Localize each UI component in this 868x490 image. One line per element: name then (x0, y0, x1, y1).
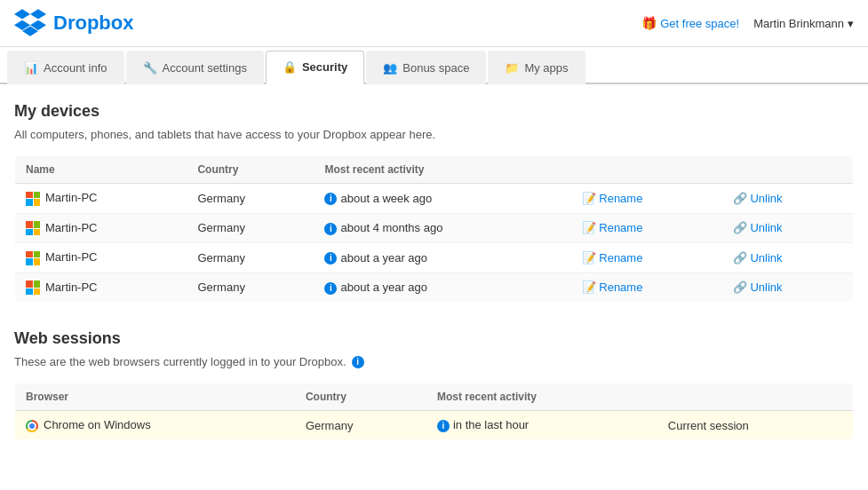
table-row: Martin-PC Germany iabout a week ago 📝Ren… (15, 184, 854, 214)
devices-table-body: Martin-PC Germany iabout a week ago 📝Ren… (15, 184, 854, 303)
user-menu[interactable]: Martin Brinkmann ▾ (753, 17, 854, 30)
web-sessions-section: Web sessions These are the web browsers … (14, 329, 854, 440)
col-unlink-header (722, 156, 853, 184)
windows-icon (26, 221, 40, 235)
unlink-icon: 🔗 (733, 192, 747, 205)
device-rename-cell: 📝Rename (571, 213, 722, 243)
gift-icon: 🎁 (641, 16, 657, 30)
tab-account-settings[interactable]: 🔧 Account settings (126, 51, 264, 84)
table-row: Martin-PC Germany iabout a year ago 📝Ren… (15, 273, 854, 303)
tab-account-settings-label: Account settings (163, 61, 247, 75)
device-unlink-cell: 🔗Unlink (722, 184, 853, 214)
sessions-header-row: Browser Country Most recent activity (15, 383, 854, 411)
header-right: 🎁 Get free space! Martin Brinkmann ▾ (641, 16, 854, 30)
tab-account-info-label: Account info (44, 61, 108, 75)
unlink-icon: 🔗 (733, 221, 747, 234)
account-info-icon: 📊 (24, 61, 38, 75)
sessions-table-body: Chrome on Windows Germany iin the last h… (15, 411, 854, 440)
device-rename-cell: 📝Rename (571, 184, 722, 214)
col-browser: Browser (15, 383, 295, 411)
device-rename-cell: 📝Rename (571, 273, 722, 303)
device-rename-cell: 📝Rename (571, 243, 722, 273)
tab-security[interactable]: 🔒 Security (266, 51, 364, 84)
unlink-icon: 🔗 (733, 281, 747, 294)
device-name-cell: Martin-PC (15, 243, 187, 273)
logo-area: Dropbox (14, 7, 133, 39)
col-session-status (657, 383, 854, 411)
device-name-cell: Martin-PC (15, 213, 187, 243)
tab-my-apps-label: My apps (524, 61, 568, 75)
info-icon: i (324, 282, 337, 295)
tab-bonus-space-label: Bonus space (402, 61, 469, 75)
device-activity-cell: iabout a year ago (314, 273, 571, 303)
svg-marker-1 (30, 9, 46, 19)
device-unlink-cell: 🔗Unlink (722, 273, 853, 303)
session-country-cell: Germany (295, 411, 426, 440)
device-activity-cell: iabout 4 months ago (314, 213, 571, 243)
tab-bonus-space[interactable]: 👥 Bonus space (366, 51, 486, 84)
svg-marker-0 (14, 9, 30, 19)
windows-icon (26, 251, 40, 265)
device-country-cell: Germany (187, 243, 314, 273)
dropbox-logo-icon (14, 7, 46, 39)
web-sessions-description: These are the web browsers currently log… (14, 355, 854, 368)
unlink-link[interactable]: 🔗Unlink (733, 221, 782, 234)
tabs-container: 📊 Account info 🔧 Account settings 🔒 Secu… (0, 51, 868, 84)
info-icon: i (324, 193, 337, 205)
tab-my-apps[interactable]: 📁 My apps (488, 51, 585, 84)
get-free-space-link[interactable]: 🎁 Get free space! (641, 16, 739, 30)
device-activity-cell: iabout a week ago (314, 184, 571, 214)
session-activity-cell: iin the last hour (426, 411, 657, 440)
device-unlink-cell: 🔗Unlink (722, 243, 853, 273)
info-icon: i (352, 356, 364, 368)
rename-icon: 📝 (582, 192, 596, 205)
devices-table: Name Country Most recent activity Martin… (14, 155, 854, 303)
unlink-link[interactable]: 🔗Unlink (733, 251, 782, 265)
user-name: Martin Brinkmann (753, 17, 844, 30)
table-row: Martin-PC Germany iabout a year ago 📝Ren… (15, 243, 854, 273)
logo-text: Dropbox (53, 12, 133, 35)
devices-section: My devices All computers, phones, and ta… (14, 102, 854, 303)
get-free-space-label: Get free space! (660, 17, 739, 30)
devices-table-head: Name Country Most recent activity (15, 156, 854, 184)
session-browser-cell: Chrome on Windows (15, 411, 295, 440)
windows-icon (26, 281, 40, 295)
sessions-table-head: Browser Country Most recent activity (15, 383, 854, 411)
chrome-icon (26, 420, 38, 432)
table-row: Chrome on Windows Germany iin the last h… (15, 411, 854, 440)
session-status-cell: Current session (657, 411, 854, 440)
device-activity-cell: iabout a year ago (314, 243, 571, 273)
unlink-link[interactable]: 🔗Unlink (733, 192, 782, 205)
info-icon: i (437, 420, 450, 432)
account-settings-icon: 🔧 (143, 61, 157, 75)
device-country-cell: Germany (187, 273, 314, 303)
rename-icon: 📝 (582, 281, 596, 294)
device-name-cell: Martin-PC (15, 273, 187, 303)
chevron-down-icon: ▾ (848, 17, 854, 30)
unlink-link[interactable]: 🔗Unlink (733, 281, 782, 294)
tab-account-info[interactable]: 📊 Account info (7, 51, 124, 84)
rename-link[interactable]: 📝Rename (582, 192, 642, 205)
my-apps-icon: 📁 (505, 61, 519, 75)
web-sessions-desc-text: These are the web browsers currently log… (14, 355, 346, 368)
unlink-icon: 🔗 (733, 251, 747, 265)
device-country-cell: Germany (187, 213, 314, 243)
tab-security-label: Security (302, 60, 347, 74)
devices-title: My devices (14, 102, 854, 121)
table-row: Martin-PC Germany iabout 4 months ago 📝R… (15, 213, 854, 243)
col-session-country: Country (295, 383, 426, 411)
col-rename-header (571, 156, 722, 184)
devices-table-header-row: Name Country Most recent activity (15, 156, 854, 184)
rename-icon: 📝 (582, 251, 596, 265)
info-icon: i (324, 223, 337, 235)
rename-link[interactable]: 📝Rename (582, 281, 642, 294)
sessions-table: Browser Country Most recent activity Chr… (14, 383, 854, 440)
rename-link[interactable]: 📝Rename (582, 221, 642, 234)
rename-link[interactable]: 📝Rename (582, 251, 642, 265)
col-activity: Most recent activity (314, 156, 571, 184)
bonus-space-icon: 👥 (383, 61, 397, 75)
device-unlink-cell: 🔗Unlink (722, 213, 853, 243)
devices-description: All computers, phones, and tablets that … (14, 128, 854, 141)
rename-icon: 📝 (582, 221, 596, 234)
col-session-activity: Most recent activity (426, 383, 657, 411)
